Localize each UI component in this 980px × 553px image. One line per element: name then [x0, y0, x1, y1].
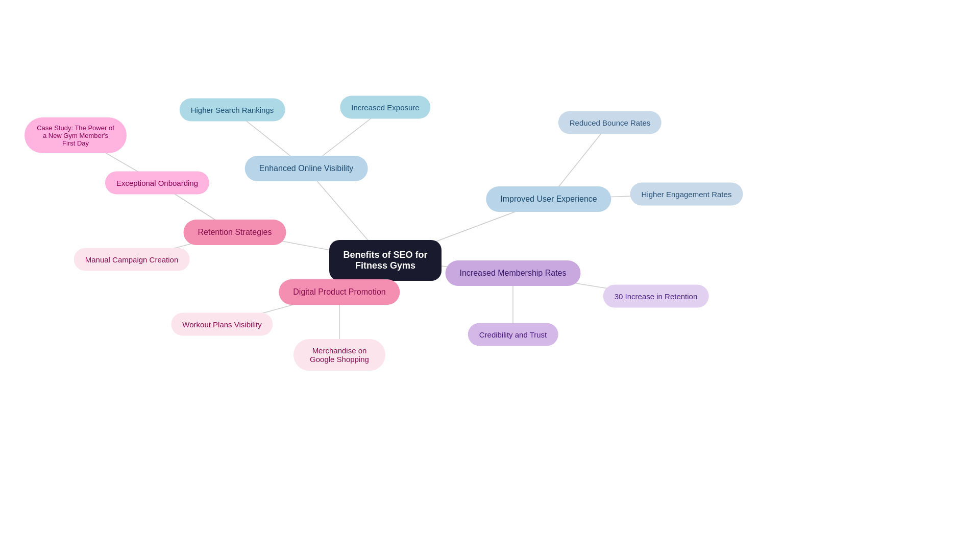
node-higher-search-rankings[interactable]: Higher Search Rankings — [180, 99, 285, 122]
center-node[interactable]: Benefits of SEO for Fitness Gyms — [329, 240, 442, 281]
node-enhanced-online-visibility[interactable]: Enhanced Online Visibility — [245, 156, 368, 181]
node-retention-strategies[interactable]: Retention Strategies — [184, 220, 286, 245]
node-reduced-bounce-rates[interactable]: Reduced Bounce Rates — [558, 111, 662, 134]
node-improved-user-experience[interactable]: Improved User Experience — [486, 186, 611, 212]
node-exceptional-onboarding[interactable]: Exceptional Onboarding — [105, 172, 209, 195]
node-increased-exposure[interactable]: Increased Exposure — [340, 96, 430, 119]
node-higher-engagement-rates[interactable]: Higher Engagement Rates — [630, 183, 743, 206]
node-case-study[interactable]: Case Study: The Power of a New Gym Membe… — [24, 117, 127, 153]
node-merchandise-google-shopping[interactable]: Merchandise on Google Shopping — [293, 339, 385, 371]
node-workout-plans-visibility[interactable]: Workout Plans Visibility — [171, 313, 273, 336]
node-30-increase-retention[interactable]: 30 Increase in Retention — [603, 285, 709, 308]
node-manual-campaign-creation[interactable]: Manual Campaign Creation — [74, 248, 190, 271]
node-digital-product-promotion[interactable]: Digital Product Promotion — [279, 279, 400, 305]
node-credibility-trust[interactable]: Credibility and Trust — [468, 323, 558, 346]
node-increased-membership-rates[interactable]: Increased Membership Rates — [446, 260, 581, 286]
